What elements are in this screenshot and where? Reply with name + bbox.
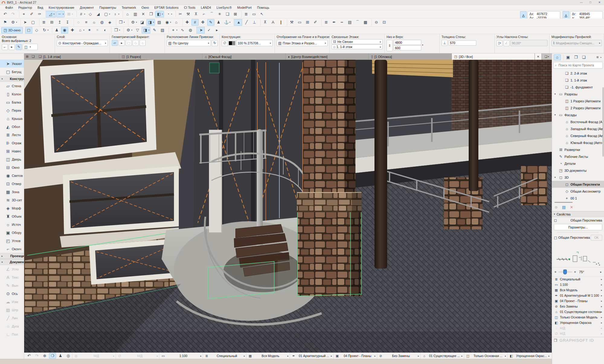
look-around-icon[interactable]: ◉ ▾ bbox=[61, 27, 68, 34]
tool-corner-window[interactable]: ◰ Углов bbox=[0, 237, 24, 245]
tree-item[interactable]: ◫ 2 Разрез (Автомати bbox=[552, 104, 604, 111]
menu-item[interactable]: Файл bbox=[2, 5, 16, 10]
explode-icon[interactable]: ✳ ▾ bbox=[216, 11, 223, 18]
project-map-search[interactable]: ⌕ bbox=[553, 62, 603, 69]
view-tab[interactable]: ♦ [Центр Взаимодействия] bbox=[286, 53, 369, 60]
parameters-button[interactable]: Параметры... bbox=[554, 224, 602, 230]
confirm-icon[interactable]: ✓ ▾ bbox=[205, 27, 213, 34]
axonometry-icon[interactable]: ◇ ▾ bbox=[33, 27, 40, 34]
tool-shell[interactable]: ◭ Обол bbox=[0, 123, 24, 131]
tree-item[interactable]: ▾ ◻ 3D bbox=[552, 174, 604, 181]
tool-revision-cloud[interactable]: ☁ Изм bbox=[0, 298, 24, 306]
corner-icon[interactable]: ⌐ ▾ bbox=[200, 11, 207, 18]
linked-story-dropdown[interactable]: ⊟ Не Связан▸ bbox=[332, 39, 383, 44]
display-dropdown[interactable]: ▨ План Этажа и Разрез...▸ bbox=[277, 40, 328, 46]
quick-option-row[interactable]: ▣ 04 Проект - Планы ▸ bbox=[552, 298, 604, 304]
globe-icon[interactable]: ◍ ▾ bbox=[98, 19, 106, 26]
tree-item[interactable]: ⊞ Развертки bbox=[552, 146, 604, 153]
quick-option-dropdown[interactable]: ∅ Н/Д ▸ bbox=[116, 353, 159, 359]
guide-lines-icon[interactable]: ╌ ▾ bbox=[56, 11, 65, 18]
quick-option-dropdown[interactable]: ▭ 1:100 ▸ bbox=[159, 353, 203, 359]
quick-option-row[interactable]: ◫ Только Основная Модель ▸ bbox=[552, 315, 604, 320]
tool-fill[interactable]: ▨ Штр bbox=[0, 306, 24, 314]
tree-item[interactable]: ⌖ 00 1 bbox=[552, 195, 604, 201]
wall-thickness-field[interactable] bbox=[448, 40, 476, 46]
tool-angle-dimension[interactable]: ∠ Угло bbox=[0, 265, 24, 273]
tree-item[interactable]: ⌂ Северный Фасад (Ав bbox=[552, 132, 604, 139]
favorites-toggle-icon[interactable]: ✎ bbox=[16, 44, 22, 50]
tool-skylight[interactable]: ◉ Светов bbox=[0, 171, 24, 180]
3d-viewport[interactable] bbox=[24, 60, 552, 353]
quick-option-row[interactable]: ⊘ Без Замены ▸ bbox=[552, 304, 604, 309]
align-icon[interactable]: ✚ ▾ bbox=[182, 19, 191, 26]
tree-item[interactable]: ❏ 2. 2-й этаж bbox=[552, 70, 604, 77]
story-settings-icon[interactable]: ≡ ▾ bbox=[83, 19, 90, 26]
home-view-icon[interactable]: ⌂ ▾ bbox=[77, 27, 85, 34]
quick-option-dropdown[interactable]: ⊘ Без Замены ▸ bbox=[377, 353, 420, 359]
sun-icon[interactable]: ☀ ▾ bbox=[94, 27, 101, 34]
tool-opening[interactable]: ⊡ Отвер bbox=[0, 180, 24, 188]
selection-arrow-icon[interactable]: ▲ ▾ bbox=[234, 19, 242, 26]
surface-painter-icon[interactable]: ◨ ▾ bbox=[146, 19, 155, 26]
pipette-icon[interactable]: ✐ ▾ bbox=[312, 19, 319, 26]
menu-item[interactable]: Документ bbox=[77, 5, 97, 10]
tree-item[interactable]: ❏ -1. фундамент bbox=[552, 84, 604, 91]
material-swatch[interactable] bbox=[229, 41, 235, 45]
bottom-elevation-field[interactable] bbox=[394, 45, 421, 50]
cutaway-3d-icon[interactable]: ◧ ▾ bbox=[155, 11, 164, 18]
tripod-icon[interactable]: ✶ ▾ bbox=[86, 27, 93, 34]
measure-icon[interactable]: ◿ ▾ bbox=[46, 11, 56, 18]
edge-snap-icon[interactable]: ◢ ▾ bbox=[95, 11, 102, 18]
layout-book-icon[interactable]: ❐ bbox=[572, 54, 580, 60]
elevate-icon[interactable]: ⊼ ▾ bbox=[192, 11, 200, 18]
new-tab-icon[interactable]: ❏ bbox=[30, 53, 36, 60]
fov-expand-icon[interactable]: ▸ bbox=[600, 270, 602, 273]
tool-marquee[interactable]: ▢ Бегущ bbox=[0, 68, 24, 76]
snapshot-icon[interactable]: ◉ ▾ bbox=[163, 19, 172, 26]
tool-grid-element[interactable]: ⊙ Ось bbox=[0, 289, 24, 298]
quick-option-dropdown[interactable]: ▦ Вся Модель ▸ bbox=[246, 353, 290, 359]
more-options-icon[interactable]: ▸ ▾ bbox=[213, 27, 220, 34]
gravity-snap-icon[interactable]: ◇ ▾ bbox=[87, 11, 94, 18]
quick-option-row[interactable]: ≣ Специальный ▸ bbox=[552, 276, 604, 282]
minimize-button[interactable]: — bbox=[577, 0, 586, 5]
structure-type-icon[interactable]: ∅ bbox=[222, 40, 228, 46]
quick-option-row[interactable]: ▦ Вся Модель ▸ bbox=[552, 287, 604, 293]
tool-column[interactable]: ▯ Колон bbox=[0, 90, 24, 98]
geometry-box-icon[interactable]: ▢ bbox=[126, 40, 132, 46]
flythrough-icon[interactable]: ∿ ▾ bbox=[179, 27, 186, 34]
menu-item[interactable]: Редактор bbox=[16, 5, 35, 10]
quick-option-row[interactable]: ⌂ 01 Существующее состояние ▸ bbox=[552, 309, 604, 315]
menu-item[interactable]: Окно bbox=[139, 5, 152, 10]
tree-item[interactable]: ◫ 1 Разрез (Автомати bbox=[552, 97, 604, 104]
layer-dropdown[interactable]: ⊙ Конструктив - Ограждаю...▸ bbox=[57, 40, 108, 46]
delete-view-icon[interactable]: ✕ bbox=[570, 205, 573, 209]
walk-mode-icon[interactable]: ♟ ▾ bbox=[52, 27, 60, 34]
snap-grid-icon[interactable]: # ▾ bbox=[76, 11, 86, 18]
grid-toggle-icon[interactable]: ⊞ ▾ bbox=[48, 19, 56, 26]
slant-type-icon[interactable]: ▯▾ bbox=[496, 40, 503, 46]
quick-option-row[interactable]: ◌ Н/Д ▸ bbox=[552, 325, 604, 331]
feedback-bubble-icon[interactable]: ❍ bbox=[49, 353, 56, 359]
graphisoft-id-bar[interactable]: ❐ GRAPHISOFT ID bbox=[552, 337, 604, 343]
fillet-icon[interactable]: ⌒ ▾ bbox=[208, 11, 215, 18]
tool-mesh[interactable]: ≋ 3D-сет bbox=[0, 196, 24, 204]
lock-icon[interactable]: ⊠ ▾ bbox=[232, 11, 239, 18]
split-icon[interactable]: ✂ ▾ bbox=[175, 11, 184, 18]
selection-next-icon[interactable]: ▸ bbox=[9, 44, 15, 50]
tool-arrow[interactable]: ➤ Указат bbox=[0, 59, 24, 68]
view-tab[interactable]: ⌂ [Южный Фасад] bbox=[202, 53, 285, 60]
tree-item[interactable]: ▾ ▭ Фасады bbox=[552, 111, 604, 118]
close-tab-icon[interactable]: ✕ bbox=[535, 53, 541, 60]
tool-wall-end[interactable]: ⌐ Оконч bbox=[0, 245, 24, 253]
render-icon[interactable]: ◍ ▾ bbox=[187, 27, 194, 34]
view-tab[interactable]: ◫ [1 Разрез] bbox=[119, 53, 202, 60]
camera-icon[interactable]: ⌖ ▾ bbox=[169, 27, 178, 34]
tool-line[interactable]: ╱ Лин bbox=[0, 314, 24, 322]
stretch-icon[interactable]: ✕ ▾ bbox=[140, 11, 147, 18]
default-settings-icon[interactable]: ⚙ ▾ bbox=[9, 19, 18, 26]
quick-option-dropdown[interactable]: ✒ 01 Архитектурный ... ▸ bbox=[290, 353, 333, 359]
fill-paint-icon[interactable]: ▨ ▾ bbox=[156, 19, 163, 26]
selection-prev-icon[interactable]: ⌐ bbox=[2, 44, 8, 50]
tool-polyline[interactable]: ∟ Пол bbox=[0, 330, 24, 338]
